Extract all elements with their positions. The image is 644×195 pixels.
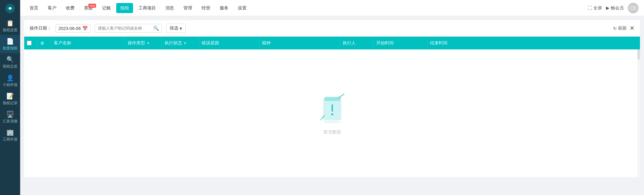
sidebar-item-huisuan-jiaona[interactable]: 🖥️ 汇算清缴 — [0, 108, 20, 126]
refresh-icon: ↻ — [613, 26, 617, 31]
sidebar-item-piliang-baoshui-label: 批量报税 — [3, 46, 17, 50]
table-body: 暂无数据 — [24, 49, 640, 177]
sidebar-item-baoshui-shezhi-label: 报税设置 — [3, 28, 17, 32]
empty-illustration — [317, 91, 347, 125]
sort-icon-exec-status[interactable]: ▼ — [183, 41, 187, 45]
svg-point-5 — [331, 113, 333, 115]
th-end-time: 结束时间 — [427, 37, 471, 49]
svg-rect-4 — [332, 104, 333, 112]
calendar-icon: 📅 — [82, 26, 88, 31]
refresh-button[interactable]: ↻ 刷新 — [613, 25, 627, 31]
nav-guanli[interactable]: 管理 — [179, 3, 196, 13]
table-header: ⚙ 客户名称 操作类型 ▼ 执行状态 ▼ 错误原因 税种 — [24, 37, 640, 49]
fullscreen-icon: ⛶ — [588, 5, 592, 10]
nav-homepage[interactable]: 首页 — [26, 3, 42, 13]
search-wrap: 🔍 — [95, 24, 162, 33]
member-icon: ▶ — [606, 5, 609, 10]
th-operation-type: 操作类型 ▼ — [125, 37, 162, 49]
th-error-reason: 错误原因 — [199, 37, 259, 49]
filterbar-right: ↻ 刷新 ✕ — [613, 25, 635, 31]
avatar[interactable]: CE — [628, 3, 639, 13]
svg-point-10 — [323, 120, 342, 123]
nav-jizhang[interactable]: 记账 — [98, 3, 115, 13]
sidebar-item-geshui-shenbao-label: 个税申报 — [3, 83, 17, 87]
nav-shoufei[interactable]: 收费 — [62, 3, 79, 13]
data-table: ⚙ 客户名称 操作类型 ▼ 执行状态 ▼ 错误原因 税种 — [24, 37, 640, 177]
baoshui-jilu-icon: 📝 — [6, 92, 14, 100]
gongshang-nianbao-icon: 🏢 — [6, 129, 14, 136]
sidebar-item-huisuan-jiaona-label: 汇算清缴 — [3, 119, 17, 123]
member-button[interactable]: ▶ 畅会员 — [606, 5, 624, 11]
chevron-down-icon: ▾ — [180, 26, 182, 31]
content-area: 操作日期： 2023-06-06 📅 🔍 筛选 ▾ ↻ 刷新 ✕ — [20, 16, 644, 195]
date-label: 操作日期： — [30, 25, 51, 31]
svg-rect-3 — [325, 97, 340, 101]
nav-xiaoxi[interactable]: 消息 — [161, 3, 178, 13]
filter-bar: 操作日期： 2023-06-06 📅 🔍 筛选 ▾ ↻ 刷新 ✕ — [24, 20, 640, 37]
settings-icon: ⚙ — [40, 41, 44, 46]
main-area: 首页 客户 收费 票据 new 记账 报税 工商项目 消息 管理 经营 服务 设… — [20, 0, 644, 195]
th-exec-status: 执行状态 ▼ — [162, 37, 199, 49]
scrollbar-track[interactable] — [637, 49, 640, 177]
nav-customer[interactable]: 客户 — [44, 3, 60, 13]
date-picker[interactable]: 2023-06-06 📅 — [55, 24, 91, 33]
search-icon[interactable]: 🔍 — [153, 26, 159, 31]
new-badge: new — [88, 4, 96, 8]
sidebar-item-gongshang-nianbao[interactable]: 🏢 工商年报 — [0, 126, 20, 144]
sidebar-item-baoshui-jilu[interactable]: 📝 报税记录 — [0, 90, 20, 108]
nav-jingying[interactable]: 经营 — [198, 3, 214, 13]
sidebar-item-geshui-shenbao[interactable]: 👤 个税申报 — [0, 72, 20, 90]
sidebar-item-baoshui-zonlan-label: 报税总览 — [3, 64, 17, 69]
empty-text: 暂无数据 — [324, 129, 341, 135]
sidebar-item-baoshui-jilu-label: 报税记录 — [3, 101, 17, 105]
app-logo — [0, 0, 20, 17]
piliang-baoshui-icon: 📄 — [6, 38, 14, 45]
nav-shezhi[interactable]: 设置 — [234, 3, 251, 13]
nav-baoshui[interactable]: 报税 — [116, 3, 133, 13]
top-navigation: 首页 客户 收费 票据 new 记账 报税 工商项目 消息 管理 经营 服务 设… — [20, 0, 644, 16]
huisuan-jiaona-icon: 🖥️ — [6, 111, 14, 118]
th-customer-name: 客户名称 — [51, 37, 125, 49]
search-input[interactable] — [98, 26, 153, 31]
filter-button[interactable]: 筛选 ▾ — [166, 24, 186, 33]
topnav-right: ⛶ 全屏 ▶ 畅会员 CE — [588, 3, 639, 13]
baoshui-shezhi-icon: 📋 — [6, 20, 14, 27]
th-checkbox[interactable] — [24, 37, 38, 49]
sidebar: 📋 报税设置 📄 批量报税 🔍 报税总览 👤 个税申报 📝 报税记录 🖥️ 汇算… — [0, 0, 20, 195]
sidebar-item-baoshui-shezhi[interactable]: 📋 报税设置 — [0, 17, 20, 35]
nav-gongshang-xiangmu[interactable]: 工商项目 — [134, 3, 160, 13]
sidebar-item-piliang-baoshui[interactable]: 📄 批量报税 — [0, 35, 20, 53]
th-tax-type: 税种 — [259, 37, 340, 49]
empty-state: 暂无数据 — [317, 78, 347, 149]
fullscreen-button[interactable]: ⛶ 全屏 — [588, 5, 602, 11]
th-executor: 执行人 — [340, 37, 374, 49]
close-button[interactable]: ✕ — [630, 25, 635, 31]
header-checkbox[interactable] — [27, 41, 32, 45]
date-value: 2023-06-06 — [58, 26, 81, 31]
sidebar-item-gongshang-nianbao-label: 工商年报 — [3, 137, 17, 142]
nav-fuwu[interactable]: 服务 — [216, 3, 232, 13]
th-start-time: 开始时间 — [374, 37, 427, 49]
svg-point-1 — [9, 7, 11, 9]
nav-piaoju[interactable]: 票据 new — [80, 3, 97, 13]
geshui-shenbao-icon: 👤 — [6, 74, 14, 82]
sidebar-item-baoshui-zonlan[interactable]: 🔍 报税总览 — [0, 53, 20, 71]
scrollbar-thumb[interactable] — [637, 49, 640, 60]
sort-icon-operation-type[interactable]: ▼ — [146, 41, 150, 45]
baoshui-zonlan-icon: 🔍 — [6, 56, 14, 63]
th-settings[interactable]: ⚙ — [38, 37, 51, 49]
